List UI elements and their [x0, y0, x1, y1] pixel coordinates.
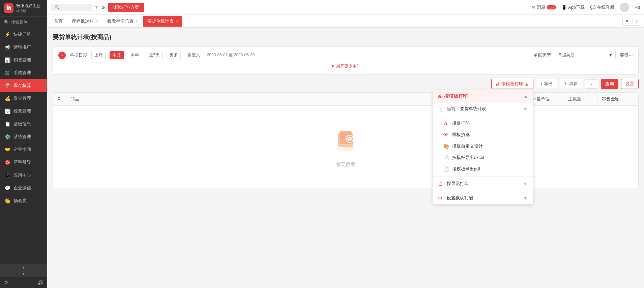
sidebar-item-label: 新手引导 — [13, 159, 31, 165]
more-btn[interactable]: ⋯ — [585, 79, 598, 89]
topbar: 🔍 ▼ ⚙ 体验行业方案 ✉ 消息 99+ 📱 App下载 💬 在线客服 Rit — [47, 0, 644, 15]
tab-home[interactable]: 首页 — [50, 16, 67, 26]
sidebar-item-label: 经营管理 — [13, 108, 31, 114]
tab-close-batch[interactable]: × — [96, 19, 98, 23]
operation-icon: 📈 — [4, 108, 11, 114]
sidebar-item-wechat[interactable]: 💬 企业微信 — [0, 182, 47, 194]
template-export-pdf-item[interactable]: 📄 按模板导出pdf — [433, 163, 533, 175]
sidebar-item-finance[interactable]: 💰 资金管理 — [0, 92, 47, 105]
template-preview-icon: 👁 — [443, 132, 449, 137]
app-download-label: App下载 — [568, 4, 585, 10]
date-btn-this-month[interactable]: 本月 — [110, 51, 124, 59]
print-btn-container: 🖨 按模板打印 ▲ 🖨 按模板打印 ▲ 📄 — [491, 79, 533, 89]
empty-state: 暂无数据 — [53, 106, 638, 188]
sidebar-item-label: 采购管理 — [13, 70, 31, 76]
sidebar-item-purchase[interactable]: 🛒 采购管理 — [0, 66, 47, 79]
topbar-search-icon: 🔍 — [55, 5, 60, 10]
template-preview-item[interactable]: 👁 模板预览 — [433, 129, 533, 140]
display-print-label: 按显示打印 — [447, 181, 469, 187]
query-btn[interactable]: 查询 — [601, 79, 618, 89]
table-col-qty: 主数量 — [564, 93, 598, 105]
sidebar-item-basic[interactable]: 📋 基础信息 — [0, 118, 47, 130]
table-header: ⚙ 商品 主计量单位 主数量 零售金额 — [53, 93, 638, 106]
table-col-gear[interactable]: ⚙ — [53, 93, 66, 105]
settings-btn[interactable]: 设置 — [621, 79, 639, 89]
sidebar-item-operation[interactable]: 📈 经营管理 — [0, 105, 47, 118]
sidebar-item-member[interactable]: 👑 畅会员 — [0, 194, 47, 207]
sidebar-search-label: 搜索菜单 — [11, 20, 27, 25]
pdf-icon: 📄 — [443, 166, 449, 172]
template-export-pdf-label: 按模板导出pdf — [452, 166, 480, 172]
set-default-item[interactable]: ⚙ 设置默认功能 ▼ — [433, 192, 533, 204]
sidebar-scroll-down[interactable]: ▼ — [0, 270, 47, 277]
guide-icon: 🎯 — [4, 160, 11, 165]
date-btn-more[interactable]: 更多 — [167, 51, 181, 59]
topbar-search-box[interactable]: 🔍 — [51, 4, 92, 11]
sidebar-settings-btn[interactable]: ⚙ — [4, 280, 8, 285]
tab-receipt-summary[interactable]: 收发存汇总表 × — [103, 16, 142, 27]
sidebar-item-inventory[interactable]: 📦 库存核算 — [0, 79, 47, 92]
tab-close-order[interactable]: × — [176, 19, 178, 23]
date-btn-this-year[interactable]: 本年 — [128, 51, 142, 59]
sidebar-nav: ⚡ 快捷导航 📢 营销推广 📊 销售管理 🛒 采购管理 📦 库存核算 💰 资金管… — [0, 28, 47, 264]
template-design-item[interactable]: 🎨 模板自定义设计 — [433, 140, 533, 152]
expand-more-btn[interactable]: ▼ 展开更多条件 — [328, 62, 363, 70]
topbar-dropdown-arrow[interactable]: ▼ — [94, 5, 98, 10]
print-dropdown-close[interactable]: ▲ — [524, 94, 528, 99]
trial-btn[interactable]: 体验行业方案 — [108, 3, 144, 12]
date-btn-last-month[interactable]: 上月 — [91, 51, 106, 59]
tab-close-all-btn[interactable]: ✕ — [622, 17, 631, 26]
purchase-icon: 🛒 — [4, 70, 11, 75]
display-print-item[interactable]: 🖨 按显示打印 ▼ — [433, 178, 533, 189]
topbar-gear-icon[interactable]: ⚙ — [101, 5, 106, 10]
tab-expand-btn[interactable]: ⤢ — [633, 17, 641, 26]
sidebar-item-guide[interactable]: 🎯 新手引导 — [0, 156, 47, 169]
sidebar-item-marketing[interactable]: 📢 营销推广 — [0, 41, 47, 54]
user-avatar[interactable] — [620, 3, 629, 12]
appstore-icon: 📱 — [4, 172, 11, 178]
page-title: 要货单统计表(按商品) — [53, 33, 639, 41]
refresh-icon: ↻ — [564, 82, 568, 87]
type-filter-select[interactable]: 单据类型 ▼ — [555, 51, 616, 59]
date-range-text: 2023-06-01 至 2023-06-30 — [207, 52, 255, 58]
sidebar-audio-btn[interactable]: 🔊 — [37, 280, 43, 285]
template-export-excel-item[interactable]: 📄 按模板导出excel — [433, 152, 533, 163]
date-btn-custom[interactable]: 自定义 — [185, 51, 203, 59]
sidebar-item-quick-nav[interactable]: ⚡ 快捷导航 — [0, 28, 47, 41]
template-print-item[interactable]: 🖨 模板打印 — [433, 118, 533, 129]
select-arrow-icon: ▼ — [609, 53, 613, 58]
sales-icon: 📊 — [4, 57, 11, 63]
sidebar-item-system[interactable]: ⚙️ 系统管理 — [0, 130, 47, 143]
sidebar: 畅 畅康通好生意 标准版 🔍 搜索菜单 ⚡ 快捷导航 📢 营销推广 📊 销售管理… — [0, 0, 47, 288]
set-default-label: 设置默认功能 — [447, 195, 473, 201]
online-service-btn[interactable]: 💬 在线客服 — [590, 4, 614, 10]
date-btn-7days[interactable]: 近7天 — [146, 51, 163, 59]
inventory-icon: 📦 — [4, 83, 11, 88]
template-preview-label: 模板预览 — [452, 132, 470, 138]
expand-icon: ▼ — [331, 64, 335, 69]
current-template-item[interactable]: 📄 当前：要货单统计表 ▼ — [433, 103, 533, 115]
tabs-bar-right: ✕ ⤢ — [622, 17, 641, 26]
tab-batch-account[interactable]: 库存批次账 × — [67, 16, 102, 27]
date-filter-label: 单据日期 — [70, 52, 87, 58]
filter-expand-btn[interactable]: » — [58, 52, 66, 59]
print-template-btn[interactable]: 🖨 按模板打印 ▲ — [491, 79, 533, 89]
data-table: ⚙ 商品 主计量单位 主数量 零售金额 — [53, 92, 639, 188]
tab-label: 要货单统计表 — [147, 18, 174, 24]
messages-btn[interactable]: ✉ 消息 99+ — [532, 4, 556, 10]
sidebar-scroll-up[interactable]: ▲ — [0, 264, 47, 270]
action-bar: 🖨 按模板打印 ▲ 🖨 按模板打印 ▲ 📄 — [53, 79, 639, 89]
export-btn[interactable]: ↑ 导出 — [536, 79, 557, 89]
sidebar-item-sales[interactable]: 📊 销售管理 — [0, 54, 47, 66]
sidebar-item-appstore[interactable]: 📱 应用中心 — [0, 169, 47, 182]
refresh-btn[interactable]: ↻ 刷新 — [560, 79, 582, 89]
messages-label: 消息 — [537, 4, 546, 10]
sidebar-item-collab[interactable]: 🤝 企业协同 — [0, 143, 47, 156]
filter-bar: » 单据日期 上月 本月 本年 近7天 更多 自定义 2023-06-01 至 … — [53, 46, 639, 75]
sidebar-search[interactable]: 🔍 搜索菜单 — [0, 17, 47, 28]
basic-icon: 📋 — [4, 121, 11, 127]
empty-illustration — [332, 126, 359, 158]
tab-order-summary[interactable]: 要货单统计表 × — [143, 16, 182, 27]
app-download-btn[interactable]: 📱 App下载 — [561, 4, 585, 10]
tab-close-receipt[interactable]: × — [136, 19, 138, 23]
